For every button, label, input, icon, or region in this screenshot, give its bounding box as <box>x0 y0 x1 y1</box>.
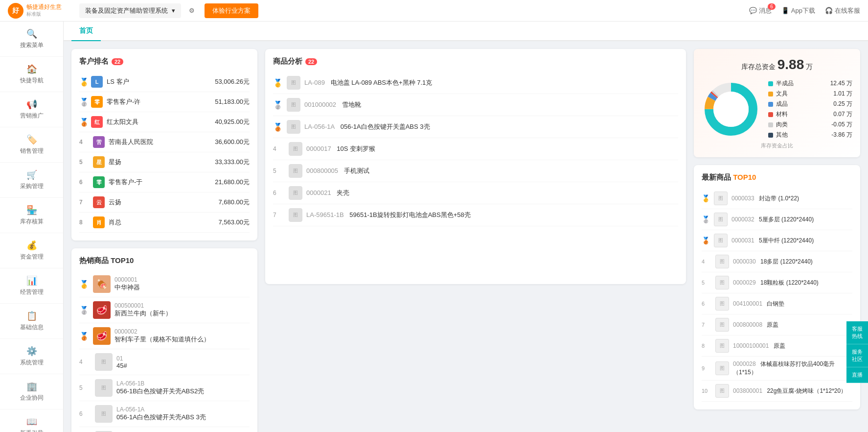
legend-item: 半成品 12.45 万 <box>768 78 852 89</box>
customer-name: 零售客户-于 <box>109 178 215 187</box>
product-name: 电池盖 LA-089 ABS本色+黑种 7.1克 <box>331 79 433 86</box>
customer-service-hotline-button[interactable]: 客服热线 <box>846 321 868 344</box>
product-name: 10S 变刺罗猴 <box>337 145 375 152</box>
customer-badge: 22 <box>112 58 123 65</box>
sidebar-item-marketing[interactable]: 📢 营销推广 <box>0 92 63 127</box>
legend-value: 0.25 万 <box>833 100 852 108</box>
product-info: 001000002 雪地靴 <box>304 100 678 109</box>
list-item: 🥈 图 001000002 雪地靴 <box>273 94 678 116</box>
hot-products-list: 🥇 🍖 0000001 中华神器 🥈 🥩 000500001 新西兰牛肉（新牛） <box>79 271 250 432</box>
sidebar-item-sales[interactable]: 🏷️ 销售管理 <box>0 127 63 163</box>
product-code: 000500001 <box>114 302 250 309</box>
product-name: 中华神器 <box>114 283 250 292</box>
product-thumbnail: 图 <box>289 208 302 222</box>
tab-home[interactable]: 首页 <box>71 22 101 41</box>
sidebar-label-enterprise: 企业协同 <box>20 394 44 402</box>
sidebar-item-search[interactable]: 🔍 搜索菜单 <box>0 22 63 57</box>
product-info: 0000001 中华神器 <box>114 276 250 292</box>
product-code: LA-056-1A <box>116 406 250 413</box>
customer-value: 7,680.00元 <box>218 198 250 207</box>
product-info: 000800005 手机测试 <box>306 167 678 175</box>
product-info: 0000030 18多层 (1220*2440) <box>733 258 852 266</box>
list-item: 5 星 星扬 33,333.00元 <box>79 152 250 172</box>
sidebar-item-purchase[interactable]: 🛒 采购管理 <box>0 163 63 198</box>
sidebar-item-operation[interactable]: 📊 经营管理 <box>0 268 63 304</box>
product-code: 0000002 <box>114 328 250 335</box>
product-info: 000500001 新西兰牛肉（新牛） <box>114 302 250 318</box>
top-right: 💬 消息 6 📱 App下载 🎧 在线客服 <box>749 6 860 15</box>
legend-label: 文具 <box>776 90 788 98</box>
product-name: 18多层 (1220*2440) <box>760 258 813 265</box>
customer-value: 53,006.26元 <box>215 77 250 86</box>
inventory-chart-label: 库存资金占比 <box>702 142 852 149</box>
inventory-total: 库存总资金 9.88 万 <box>702 57 852 72</box>
system-selector[interactable]: 装备及固定资产辅助管理系统 ▾ <box>79 3 181 18</box>
product-name: 白钢垫 <box>767 300 784 307</box>
app-download-button[interactable]: 📱 App下载 <box>781 6 815 15</box>
list-item: 🥈 图 0000032 5厘多层 (1220*2440) <box>702 209 852 230</box>
avatar: 苦 <box>93 136 105 148</box>
product-info: 01 45# <box>116 355 250 369</box>
new-products-subtitle: TOP10 <box>733 173 756 181</box>
rank-num: 4 <box>273 145 285 152</box>
medal-silver-icon: 🥈 <box>702 216 710 223</box>
sidebar-item-basic[interactable]: 📋 基础信息 <box>0 304 63 339</box>
product-thumbnail: 图 <box>715 276 729 289</box>
product-name: 056-1B白色按键开关壳ABS2壳 <box>116 387 250 396</box>
legend-value: 1.01 万 <box>833 90 852 98</box>
customer-service-button[interactable]: 🎧 在线客服 <box>825 6 860 15</box>
customer-value: 36,600.00元 <box>215 138 250 146</box>
sidebar-item-system[interactable]: ⚙️ 系统管理 <box>0 339 63 374</box>
list-item: 7 云 云扬 7,680.00元 <box>79 192 250 213</box>
rank-num: 7 <box>702 322 711 328</box>
float-buttons: 客服热线 服务社区 直播 <box>846 321 868 383</box>
legend-value: 12.45 万 <box>830 79 852 88</box>
list-item: 🥉 红 红太阳文具 40,925.00元 <box>79 112 250 132</box>
new-products-card: 最新商品 TOP10 🥇 图 0000033 封边带 (1.0*22) 🥈 <box>694 165 860 409</box>
settings-icon[interactable]: ⚙ <box>185 4 199 18</box>
rank-num: 5 <box>702 280 711 286</box>
product-thumbnail: 图 <box>289 164 302 178</box>
product-code: 0000032 <box>731 216 754 223</box>
product-name: 新西兰牛肉（新牛） <box>114 309 250 318</box>
inventory-value: 9.88 <box>777 57 804 72</box>
rank-num: 5 <box>273 168 285 174</box>
legend-dot <box>768 122 773 127</box>
right-panel: 库存总资金 9.88 万 <box>694 49 860 432</box>
product-info: 10000100001 原盖 <box>733 342 852 350</box>
sidebar-item-enterprise[interactable]: 🏢 企业协同 <box>0 374 63 409</box>
inventory-legend: 半成品 12.45 万 文具 1.01 万 <box>768 78 852 140</box>
trial-button[interactable]: 体验行业方案 <box>205 3 258 18</box>
message-button[interactable]: 💬 消息 6 <box>749 6 772 15</box>
main-content: 首页 客户排名22 🥇 L LS 客户 53,006.26元 🥈 <box>64 22 868 432</box>
product-code: 000800005 <box>306 167 338 174</box>
hot-products-header: 热销商品 TOP10 <box>79 256 250 265</box>
rank-num: 4 <box>79 139 93 145</box>
rank-num: 8 <box>702 343 711 349</box>
product-code: LA-59651-1B <box>306 211 344 218</box>
legend-label: 成品 <box>776 100 788 108</box>
service-community-button[interactable]: 服务社区 <box>846 344 868 367</box>
inventory-title: 库存总资金 <box>741 63 777 71</box>
rank-num: 6 <box>79 179 93 186</box>
list-item: 4 图 0000030 18多层 (1220*2440) <box>702 251 852 272</box>
product-thumbnail: 图 <box>714 234 728 247</box>
customer-value: 33,333.00元 <box>215 158 250 167</box>
product-code: 0000001 <box>114 276 250 283</box>
product-name: 封边带 (1.0*22) <box>759 195 799 202</box>
product-info: 0000033 封边带 (1.0*22) <box>731 194 852 203</box>
sidebar-item-nav[interactable]: 🏠 快捷导航 <box>0 57 63 92</box>
sidebar-item-inventory[interactable]: 🏪 库存核算 <box>0 198 63 233</box>
list-item: 7 图 000800008 原盖 <box>702 314 852 336</box>
medal-bronze-icon: 🥉 <box>79 332 89 341</box>
legend-value: -0.05 万 <box>831 120 852 129</box>
legend-dot <box>768 102 773 107</box>
live-broadcast-button[interactable]: 直播 <box>846 367 868 383</box>
left-panel: 客户排名22 🥇 L LS 客户 53,006.26元 🥈 零 零售客户-许 5… <box>71 49 257 432</box>
product-info: 0000029 18颗粒板 (1220*2440) <box>733 279 852 287</box>
product-info: 0000032 5厘多层 (1220*2440) <box>731 216 852 224</box>
product-name: 056-1A白色按键开关盖ABS 3壳 <box>341 123 430 130</box>
sidebar-item-guide[interactable]: 📖 新手引导 <box>0 409 63 432</box>
product-thumbnail: 图 <box>289 186 302 200</box>
sidebar-item-finance[interactable]: 💰 资金管理 <box>0 233 63 268</box>
